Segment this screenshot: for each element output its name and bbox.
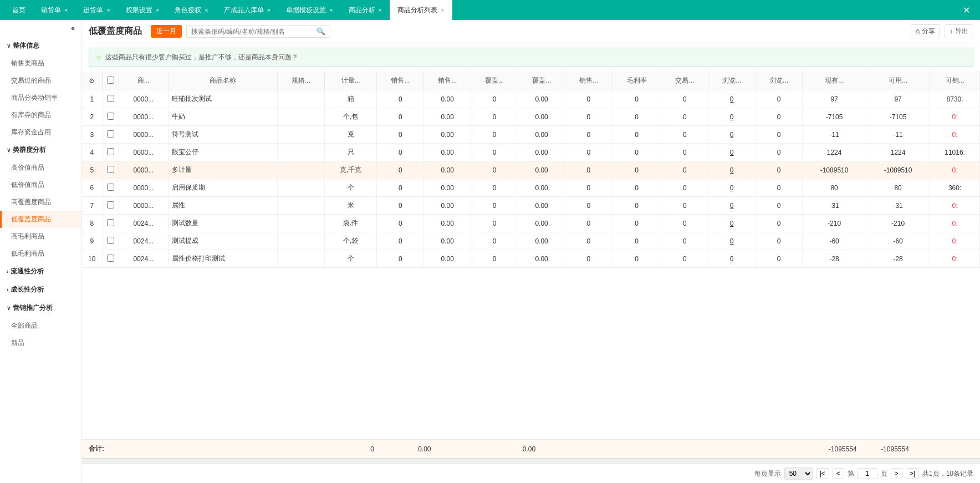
- search-icon[interactable]: 🔍: [317, 27, 325, 35]
- row-checkbox[interactable]: [107, 95, 114, 102]
- table-cell: [278, 250, 325, 268]
- table-cell: 80: [866, 179, 930, 197]
- product-table: ⚙ 商... 商品名称 规格... 计量... 销售... 销售... 覆盖..…: [82, 72, 980, 268]
- row-checkbox[interactable]: [107, 219, 114, 226]
- nav-home[interactable]: 首页: [4, 0, 33, 20]
- sidebar-section-liquidity[interactable]: › 流通性分析: [0, 262, 81, 281]
- sidebar-section-growth[interactable]: › 成长性分析: [0, 281, 81, 299]
- sidebar-item-low-value[interactable]: 低价值商品: [0, 176, 81, 194]
- page-first-button[interactable]: |<: [816, 468, 829, 479]
- table-cell: 0: [708, 215, 756, 232]
- row-checkbox[interactable]: [107, 237, 114, 244]
- table-cell: -1089510: [803, 161, 866, 179]
- sidebar: « ∨ 整体信息 销售类商品 交易过的商品 商品分类动销率 有库存的商品 库存资…: [0, 20, 82, 483]
- close-icon[interactable]: ×: [106, 7, 110, 13]
- page-prev-button[interactable]: <: [833, 468, 844, 479]
- row-checkbox[interactable]: [107, 201, 114, 209]
- table-header-settings[interactable]: ⚙: [82, 72, 102, 90]
- page-last-button[interactable]: >|: [906, 468, 919, 479]
- row-checkbox[interactable]: [107, 113, 114, 120]
- sidebar-item-sales-goods[interactable]: 销售类商品: [0, 55, 81, 72]
- row-checkbox[interactable]: [107, 184, 114, 191]
- period-button[interactable]: 近一月: [151, 25, 182, 38]
- footer-cell-9: [555, 445, 608, 453]
- sidebar-item-high-coverage[interactable]: 高覆盖度商品: [0, 194, 81, 211]
- footer-cell-6: 0.00: [399, 445, 451, 453]
- search-input[interactable]: [191, 28, 317, 35]
- export-button[interactable]: ↑ 导出: [945, 24, 973, 38]
- table-cell: -1089510: [866, 161, 930, 179]
- table-cell: 4: [82, 144, 102, 161]
- sidebar-item-capital-share[interactable]: 库存资金占用: [0, 124, 81, 141]
- page-number-input[interactable]: [858, 468, 877, 479]
- table-cell: 0:: [930, 250, 980, 268]
- row-checkbox[interactable]: [107, 130, 114, 138]
- close-icon[interactable]: ×: [441, 7, 444, 13]
- sidebar-item-in-stock[interactable]: 有库存的商品: [0, 106, 81, 124]
- row-checkbox[interactable]: [107, 148, 114, 155]
- table-cell: 0: [708, 232, 756, 250]
- share-button[interactable]: ⎙ 分享: [911, 24, 940, 38]
- nav-purchase-order[interactable]: 进货单 ×: [75, 0, 118, 20]
- table-cell: 0: [612, 179, 661, 197]
- pagination: 每页显示 50 100 200 |< < 第 页 > >| 共1页，10条记录: [82, 464, 980, 483]
- row-checkbox[interactable]: [107, 166, 114, 173]
- table-cell: 0: [565, 250, 612, 268]
- table-cell: 0: [377, 179, 424, 197]
- sidebar-section-cluster[interactable]: ∨ 类群度分析: [0, 141, 81, 159]
- sidebar-item-low-coverage[interactable]: 低覆盖度商品: [0, 211, 81, 228]
- export-icon: ↑: [950, 28, 953, 35]
- close-icon[interactable]: ×: [329, 7, 333, 13]
- table-cell: 0: [756, 179, 803, 197]
- table-cell: 0.00: [424, 232, 471, 250]
- nav-template-settings[interactable]: 单据模板设置 ×: [278, 0, 340, 20]
- page-title: 低覆盖度商品: [89, 26, 142, 37]
- nav-sales-order[interactable]: 销货单 ×: [33, 0, 75, 20]
- table-cell: 0.00: [518, 179, 565, 197]
- table-row: 90024...测试提成个,袋00.0000.0000000-60-600:: [82, 232, 980, 250]
- table-cell: 0: [756, 144, 803, 161]
- table-cell: 启用保质期: [169, 179, 278, 197]
- page-size-select[interactable]: 50 100 200: [784, 467, 813, 480]
- sidebar-item-high-value[interactable]: 高价值商品: [0, 159, 81, 176]
- nav-product-analysis[interactable]: 商品分析 ×: [341, 0, 390, 20]
- table-row: 40000...眼宝公仔只00.0000.0000000122412241101…: [82, 144, 980, 161]
- nav-permission-settings[interactable]: 权限设置 ×: [118, 0, 167, 20]
- page-next-button[interactable]: >: [891, 468, 902, 479]
- row-checkbox[interactable]: [107, 255, 114, 262]
- table-cell: [278, 215, 325, 232]
- nav-product-analysis-list[interactable]: 商品分析列表 ×: [390, 0, 452, 20]
- close-icon[interactable]: ×: [205, 7, 208, 13]
- table-row: 70000...属性米00.0000.0000000-31-310:: [82, 197, 980, 215]
- select-all-checkbox[interactable]: [107, 77, 114, 84]
- sidebar-section-overall[interactable]: ∨ 整体信息: [0, 37, 81, 55]
- close-icon[interactable]: ×: [379, 7, 382, 13]
- table-cell: 0.00: [424, 250, 471, 268]
- close-icon[interactable]: ×: [267, 7, 270, 13]
- table-cell: 0:: [930, 108, 980, 126]
- sidebar-item-low-profit[interactable]: 低毛利商品: [0, 245, 81, 262]
- sidebar-section-marketing[interactable]: ∨ 营销推广分析: [0, 299, 81, 317]
- close-icon[interactable]: ×: [64, 7, 68, 13]
- top-nav: 首页 销货单 × 进货单 × 权限设置 × 角色授权 × 产成品入库单 × 单据…: [0, 0, 980, 20]
- table-cell: [102, 215, 119, 232]
- close-icon[interactable]: ×: [156, 7, 159, 13]
- table-cell: 0: [377, 90, 424, 108]
- table-cell: 0: [612, 90, 661, 108]
- sidebar-collapse-btn[interactable]: «: [0, 20, 81, 37]
- window-close-button[interactable]: ✕: [957, 5, 976, 16]
- nav-role-auth[interactable]: 角色授权 ×: [167, 0, 216, 20]
- table-cell: [278, 197, 325, 215]
- horizontal-scrollbar[interactable]: [82, 458, 980, 464]
- sidebar-item-category-rate[interactable]: 商品分类动销率: [0, 89, 81, 106]
- nav-product-entry[interactable]: 产成品入库单 ×: [216, 0, 278, 20]
- sidebar-item-all-goods[interactable]: 全部商品: [0, 317, 81, 334]
- table-cell: 0: [708, 197, 756, 215]
- table-cell: 0: [377, 144, 424, 161]
- sidebar-item-traded-goods[interactable]: 交易过的商品: [0, 72, 81, 89]
- table-header-check[interactable]: [102, 72, 119, 90]
- table-cell: [102, 179, 119, 197]
- sidebar-item-new-goods[interactable]: 新品: [0, 334, 81, 352]
- info-icon: ☆: [96, 54, 102, 62]
- sidebar-item-high-profit[interactable]: 高毛利商品: [0, 228, 81, 245]
